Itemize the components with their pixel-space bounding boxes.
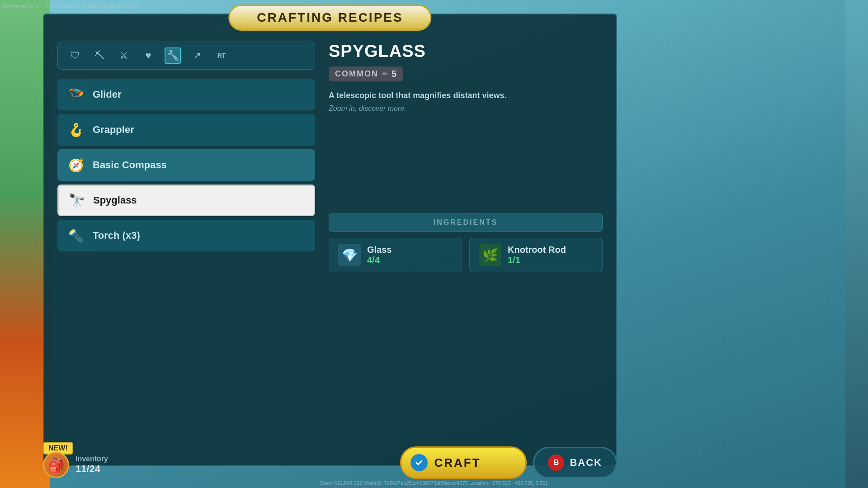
ingredient-knotroot-rod: 🌿 Knotroot Rod 1/1	[469, 238, 603, 272]
tab-pickaxe[interactable]: ⛏	[91, 47, 108, 64]
back-button-label: BACK	[570, 457, 602, 469]
item-row-spyglass[interactable]: 🔭 Spyglass	[57, 185, 315, 216]
tab-rt[interactable]: RT	[213, 47, 230, 64]
craft-button-label: CRAFT	[434, 456, 481, 470]
spyglass-label: Spyglass	[93, 194, 137, 206]
tab-heart[interactable]: ♥	[140, 47, 156, 64]
item-row-grappler[interactable]: 🪝 Grappler	[57, 114, 315, 146]
item-tagline: Zoom in, discover more.	[329, 104, 603, 113]
ingredients-label: INGREDIENTS	[434, 218, 498, 226]
rarity-pencil-icon: ✏	[382, 70, 388, 78]
craft-button[interactable]: CRAFT	[400, 446, 527, 479]
glass-icon: 💎	[338, 244, 361, 266]
item-description: A telescopic tool that magnifies distant…	[329, 90, 603, 102]
ingredients-header: INGREDIENTS	[329, 213, 603, 232]
basic-compass-icon: 🧭	[66, 155, 86, 175]
tab-sword[interactable]: ⚔	[116, 47, 132, 64]
ingredients-section: INGREDIENTS 💎 Glass 4/4 🌿 Knotroot Rod 1…	[329, 213, 603, 272]
grappler-icon: 🪝	[66, 119, 86, 140]
right-column: SPYGLASS COMMON ✏ 5 A telescopic tool th…	[329, 42, 603, 113]
back-button-icon: B	[548, 455, 564, 471]
rarity-count: 5	[392, 69, 396, 79]
back-button[interactable]: B BACK	[533, 447, 617, 479]
knotroot-count: 1/1	[508, 255, 566, 265]
bottom-bar: NEW! 🎒 Inventory 11/24 CRAFT B BACK	[43, 446, 617, 479]
main-panel: CRAFTING RECIPES 🛡 ⛏ ⚔ ♥ 🔧 ↗ RT 🪂 Glider…	[43, 14, 617, 466]
glass-info: Glass 4/4	[367, 245, 392, 265]
knotroot-rod-icon: 🌿	[479, 244, 501, 266]
craft-button-icon	[410, 454, 428, 471]
inventory-text: Inventory 11/24	[75, 455, 108, 475]
knotroot-info: Knotroot Rod 1/1	[508, 245, 566, 265]
tab-arrow[interactable]: ↗	[189, 47, 205, 64]
item-list: 🪂 Glider 🪝 Grappler 🧭 Basic Compass 🔭 Sp…	[57, 79, 315, 251]
ingredient-glass: 💎 Glass 4/4	[329, 238, 462, 272]
glass-name: Glass	[367, 245, 392, 255]
background-right	[845, 0, 868, 488]
title-bar: CRAFTING RECIPES	[228, 5, 431, 31]
glider-label: Glider	[93, 89, 122, 100]
inventory-section: NEW! 🎒 Inventory 11/24	[43, 447, 108, 478]
detail-item-title: SPYGLASS	[329, 42, 603, 61]
category-tabs: 🛡 ⛏ ⚔ ♥ 🔧 ↗ RT	[57, 42, 315, 70]
tab-wrench[interactable]: 🔧	[165, 47, 181, 64]
inventory-avatar: 🎒	[43, 452, 69, 478]
left-column: 🛡 ⛏ ⚔ ♥ 🔧 ↗ RT 🪂 Glider 🪝 Grappler 🧭 Bas…	[57, 42, 315, 251]
background-left	[0, 0, 50, 488]
item-row-glider[interactable]: 🪂 Glider	[57, 79, 315, 110]
grappler-label: Grappler	[93, 124, 134, 136]
spyglass-icon: 🔭	[66, 190, 87, 211]
rarity-badge: COMMON ✏ 5	[329, 66, 403, 81]
window-title: CRAFTING RECIPES	[257, 10, 403, 24]
inventory-label: Inventory	[75, 455, 108, 463]
basic-compass-label: Basic Compass	[93, 159, 167, 171]
rarity-text: COMMON	[335, 69, 378, 79]
item-row-torch[interactable]: 🔦 Torch (x3)	[57, 220, 315, 251]
torch-icon: 🔦	[66, 225, 86, 246]
torch-label: Torch (x3)	[93, 230, 140, 242]
inventory-count: 11/24	[75, 463, 108, 475]
knotroot-name: Knotroot Rod	[508, 245, 566, 255]
action-buttons: CRAFT B BACK	[400, 446, 617, 479]
glass-count: 4/4	[367, 255, 392, 265]
ingredients-list: 💎 Glass 4/4 🌿 Knotroot Rod 1/1	[329, 238, 603, 272]
seed-info: Seed: 631,648,152 WorldID: 7e5697ab251c4…	[320, 480, 548, 486]
glider-icon: 🪂	[66, 84, 86, 105]
tab-shield[interactable]: 🛡	[67, 47, 83, 64]
debug-text: RendererInfo: 7e5697ab251c4b38973df80dde…	[4, 4, 138, 9]
item-row-basic-compass[interactable]: 🧭 Basic Compass	[57, 149, 315, 181]
